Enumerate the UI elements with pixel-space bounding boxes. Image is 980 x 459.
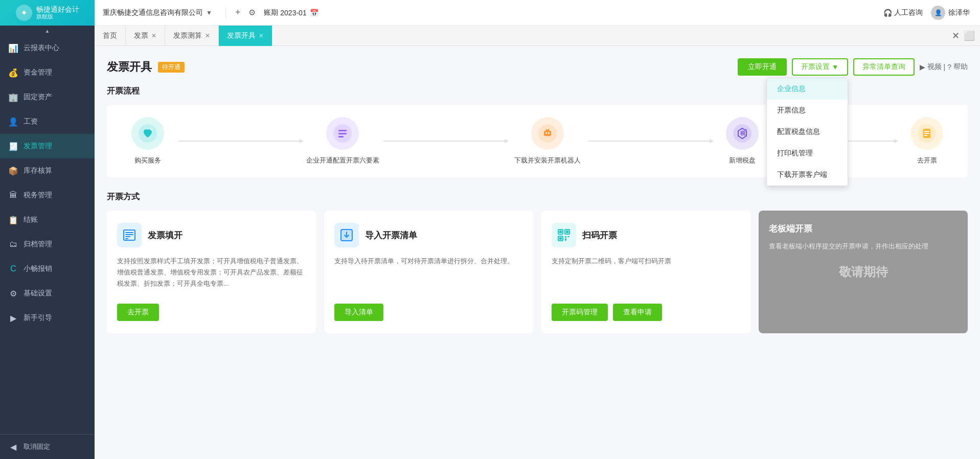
company-selector[interactable]: 重庆畅捷交通信息咨询有限公司 ▼ bbox=[95, 8, 220, 17]
sidebar-item-jichu[interactable]: ⚙ 基础设置 bbox=[0, 281, 95, 306]
box-icon: 📦 bbox=[8, 166, 18, 176]
scroll-up-btn[interactable]: ▲ bbox=[0, 26, 95, 36]
tab-invoice[interactable]: 发票 ✕ bbox=[126, 26, 165, 46]
svg-rect-11 bbox=[548, 132, 550, 134]
abnormal-button[interactable]: 异常清单查询 bbox=[853, 58, 915, 76]
import-title: 导入开票清单 bbox=[365, 230, 417, 241]
gear-icon: ⚙ bbox=[8, 288, 18, 299]
boss-desc: 查看老板端小程序提交的开票申请，并作出相应的处理 bbox=[769, 241, 958, 252]
close-icon[interactable]: ✕ bbox=[259, 32, 264, 39]
svg-point-13 bbox=[547, 128, 549, 130]
flow-step-1: + 购买服务 bbox=[117, 117, 178, 165]
step-label-1: 购买服务 bbox=[134, 156, 161, 165]
settings-dropdown-wrapper: 开票设置 ▼ 企业信息 开票信息 bbox=[792, 58, 848, 76]
heart-plus-icon: + bbox=[139, 124, 157, 143]
close-icon[interactable]: ✕ bbox=[151, 32, 156, 39]
sidebar-item-xiaochang[interactable]: C 小畅报销 bbox=[0, 257, 95, 281]
pin-icon: ◀ bbox=[8, 442, 18, 452]
dropdown-item-printer[interactable]: 打印机管理 bbox=[767, 143, 848, 164]
dropdown-item-download[interactable]: 下载开票客户端 bbox=[767, 164, 848, 186]
flow-step-4: 税 + 新增税盘 bbox=[712, 117, 773, 165]
add-button[interactable]: + bbox=[231, 7, 245, 18]
flow-step-5: 去开票 bbox=[896, 117, 958, 165]
qrcode-manage-button[interactable]: 开票码管理 bbox=[552, 304, 608, 321]
method-card-boss: 老板端开票 查看老板端小程序提交的开票申请，并作出相应的处理 敬请期待 bbox=[759, 211, 968, 333]
close-tab-btn[interactable]: ✕ bbox=[952, 30, 960, 41]
svg-rect-38 bbox=[565, 238, 566, 241]
fill-goto-button[interactable]: 去开票 bbox=[117, 304, 159, 321]
sidebar-item-cancel[interactable]: ◀ 取消固定 bbox=[0, 434, 95, 459]
settings-icon[interactable]: ⚙ bbox=[244, 8, 260, 17]
sidebar-item-shuiwu[interactable]: 🏛 税务管理 bbox=[0, 183, 95, 208]
dropdown-item-invoice-info[interactable]: 开票信息 bbox=[767, 100, 848, 121]
header-right: 🎧 人工咨询 👤 徐泽华 bbox=[883, 6, 980, 20]
dropdown-item-company[interactable]: 企业信息 bbox=[767, 78, 848, 100]
activate-button[interactable]: 立即开通 bbox=[738, 58, 787, 76]
play-circle-icon: ▶ bbox=[920, 63, 925, 71]
step-connector-2 bbox=[383, 141, 507, 142]
tab-home[interactable]: 首页 bbox=[95, 26, 126, 46]
import-button[interactable]: 导入清单 bbox=[334, 304, 383, 321]
svg-rect-33 bbox=[559, 231, 562, 233]
user-menu[interactable]: 👤 徐泽华 bbox=[931, 6, 970, 20]
chevron-down-icon: ▼ bbox=[832, 63, 839, 71]
scan-desc: 支持定制开票二维码，客户端可扫码开票 bbox=[552, 256, 740, 287]
method-card-import: 导入开票清单 支持导入待开票清单，可对待开票清单进行拆分、合并处理。 导入清单 bbox=[324, 211, 533, 333]
step-icon-tax: 税 + bbox=[726, 117, 759, 150]
chart-icon: 📊 bbox=[8, 43, 18, 53]
step-icon-invoice bbox=[910, 117, 943, 150]
tab-bar-right: ✕ ⬜ bbox=[952, 30, 980, 41]
svg-rect-24 bbox=[125, 232, 133, 233]
step-connector-1 bbox=[178, 141, 302, 142]
status-badge: 待开通 bbox=[158, 62, 185, 73]
svg-rect-35 bbox=[559, 237, 562, 240]
methods-title: 开票方式 bbox=[107, 192, 968, 202]
close-icon[interactable]: ✕ bbox=[205, 32, 210, 39]
method-card-fill: 发票填开 支持按照发票样式手工填开发票；可开具增值税电子普通发票、增值税普通发票… bbox=[107, 211, 316, 333]
tax-icon: 🏛 bbox=[8, 190, 18, 200]
sidebar-item-zijin[interactable]: 💰 资金管理 bbox=[0, 60, 95, 85]
svg-rect-22 bbox=[924, 135, 927, 136]
svg-rect-25 bbox=[125, 234, 133, 235]
consult-button[interactable]: 🎧 人工咨询 bbox=[883, 8, 923, 17]
archive-icon: 🗂 bbox=[8, 239, 18, 249]
fill-icon bbox=[117, 223, 142, 247]
view-apply-button[interactable]: 查看申请 bbox=[613, 304, 662, 321]
sidebar-item-xinshou[interactable]: ▶ 新手引导 bbox=[0, 306, 95, 330]
sidebar: ▲ 📊 云报表中心 💰 资金管理 🏢 固定资产 👤 工资 🧾 发票管理 📦 库存… bbox=[0, 26, 95, 459]
calendar-icon[interactable]: 📅 bbox=[310, 9, 318, 17]
step-connector-3 bbox=[588, 141, 712, 142]
tab-bar: 首页 发票 ✕ 发票测算 ✕ 发票开具 ✕ ✕ ⬜ bbox=[95, 26, 980, 46]
page-actions: 立即开通 开票设置 ▼ bbox=[738, 58, 968, 76]
svg-text:+: + bbox=[745, 127, 747, 132]
top-header: ✦ 畅捷通好会计 旗舰版 重庆畅捷交通信息咨询有限公司 ▼ + ⚙ 账期 202… bbox=[0, 0, 980, 26]
sidebar-item-yunbao[interactable]: 📊 云报表中心 bbox=[0, 36, 95, 60]
tab-invoice-issue[interactable]: 发票开具 ✕ bbox=[219, 26, 272, 46]
video-help-button[interactable]: ▶ 视频 | ? 帮助 bbox=[920, 62, 968, 72]
settings-dropdown: 企业信息 开票信息 配置税盘信息 打印机管理 下载开票客户端 bbox=[766, 78, 848, 186]
sidebar-item-kucun[interactable]: 📦 库存核算 bbox=[0, 158, 95, 183]
expand-btn[interactable]: ⬜ bbox=[964, 30, 975, 41]
chevron-down-icon: ▼ bbox=[206, 9, 212, 16]
dropdown-item-tax-info[interactable]: 配置税盘信息 bbox=[767, 121, 848, 143]
divider bbox=[225, 8, 226, 18]
sidebar-item-fapiao[interactable]: 🧾 发票管理 bbox=[0, 134, 95, 158]
headset-icon: 🎧 bbox=[883, 9, 892, 17]
sidebar-item-gudingzichan[interactable]: 🏢 固定资产 bbox=[0, 85, 95, 109]
sidebar-item-guidang[interactable]: 🗂 归档管理 bbox=[0, 232, 95, 257]
sidebar-item-gongzi[interactable]: 👤 工资 bbox=[0, 109, 95, 134]
tax-disk-icon: 税 + bbox=[733, 124, 751, 143]
settings-button[interactable]: 开票设置 ▼ bbox=[792, 58, 848, 76]
svg-rect-10 bbox=[545, 132, 547, 134]
logo-text: 畅捷通好会计 旗舰版 bbox=[36, 5, 79, 20]
tab-invoice-calc[interactable]: 发票测算 ✕ bbox=[165, 26, 219, 46]
method-header-import: 导入开票清单 bbox=[334, 223, 523, 247]
methods-grid: 发票填开 支持按照发票样式手工填开发票；可开具增值税电子普通发票、增值税普通发票… bbox=[107, 211, 968, 333]
copyright-icon: C bbox=[8, 264, 18, 274]
money-icon: 💰 bbox=[8, 67, 18, 78]
sidebar-item-jiezhang[interactable]: 📋 结账 bbox=[0, 208, 95, 232]
invoice-icon: 🧾 bbox=[8, 141, 18, 151]
avatar: 👤 bbox=[931, 6, 945, 20]
step-label-3: 下载并安装开票机器人 bbox=[514, 156, 581, 165]
play-icon: ▶ bbox=[8, 313, 18, 323]
